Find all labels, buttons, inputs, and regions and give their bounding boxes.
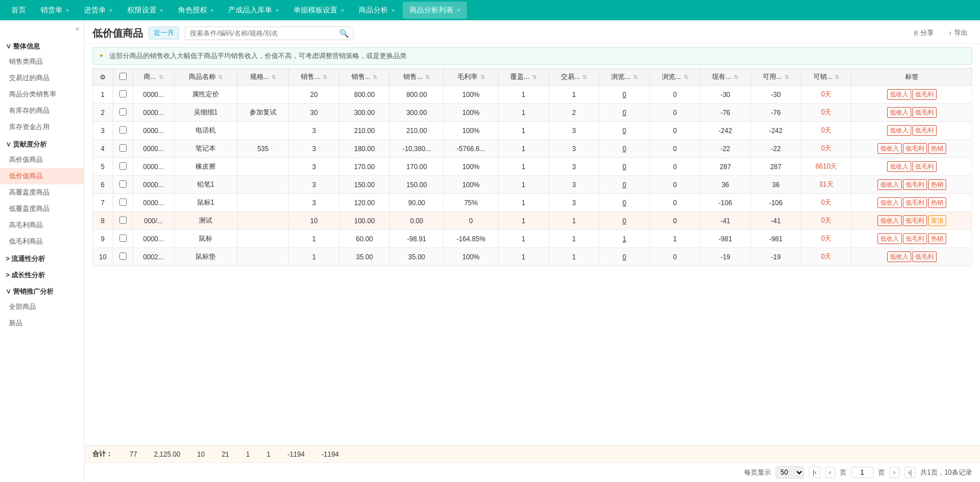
sidebar-item[interactable]: 低价值商品 (0, 168, 84, 184)
sidebar-item[interactable]: 低覆盖度商品 (0, 201, 84, 217)
column-header-7[interactable]: 销售... ⇅ (390, 69, 444, 86)
last-page-button[interactable]: ›| (904, 467, 916, 478)
prev-page-button[interactable]: ‹ (825, 467, 835, 478)
close-icon[interactable]: × (391, 7, 395, 14)
column-header-14[interactable]: 可用... ⇅ (751, 69, 801, 86)
close-icon[interactable]: × (275, 7, 279, 14)
sidebar-group-header[interactable]: > 成长性分析 (0, 266, 84, 282)
cell-0: 1 (93, 86, 113, 104)
select-all-checkbox[interactable] (119, 73, 127, 80)
per-page-select[interactable]: 5020100 (776, 466, 804, 479)
filter-tag[interactable]: 近一月 (149, 26, 179, 39)
nav-item[interactable]: 权限设置× (121, 2, 170, 19)
cell-link[interactable]: 0 (622, 181, 626, 189)
nav-item[interactable]: 角色授权× (171, 2, 221, 19)
close-icon[interactable]: × (211, 7, 214, 14)
nav-item[interactable]: 进货单× (77, 2, 119, 19)
share-button[interactable]: ⎘ 分享 (910, 26, 938, 40)
search-icon[interactable]: 🔍 (339, 29, 349, 38)
cell-link[interactable]: 0 (622, 145, 626, 153)
cell-1[interactable] (113, 158, 132, 176)
cell-1[interactable] (113, 176, 132, 194)
column-header-12[interactable]: 浏览... ⇅ (649, 69, 700, 86)
column-header-3[interactable]: 商品名称 ⇅ (174, 69, 237, 86)
cell-link[interactable]: 0 (622, 253, 626, 261)
row-checkbox[interactable] (119, 198, 127, 206)
row-checkbox[interactable] (119, 180, 127, 188)
cell-4 (237, 248, 289, 266)
sidebar-item[interactable]: 高覆盖度商品 (0, 184, 84, 201)
cell-link[interactable]: 0 (622, 217, 626, 225)
export-button[interactable]: ↑ 导出 (944, 26, 972, 40)
row-checkbox[interactable] (119, 144, 127, 152)
cell-1[interactable] (113, 248, 132, 266)
cell-1[interactable] (113, 86, 132, 104)
cell-1[interactable] (113, 140, 132, 158)
row-checkbox[interactable] (119, 90, 127, 98)
sidebar-item[interactable]: 高毛利商品 (0, 217, 84, 233)
column-header-8[interactable]: 毛利率 ⇅ (444, 69, 498, 86)
sidebar-item[interactable]: 全部商品 (0, 299, 84, 315)
sidebar-item[interactable]: 高价值商品 (0, 152, 84, 168)
cell-3: 鼠标1 (174, 194, 237, 212)
search-input[interactable] (190, 29, 336, 37)
cell-link[interactable]: 0 (622, 109, 626, 117)
cell-link[interactable]: 0 (622, 163, 626, 171)
row-checkbox[interactable] (119, 253, 127, 260)
sidebar-collapse-button[interactable]: « (0, 20, 84, 37)
close-icon[interactable]: × (66, 7, 69, 14)
column-header-15[interactable]: 可销... ⇅ (801, 69, 852, 86)
close-icon[interactable]: × (109, 7, 113, 14)
column-header-11[interactable]: 浏览... ⇅ (599, 69, 650, 86)
settings-icon[interactable]: ⚙ (100, 73, 106, 81)
nav-item[interactable]: 商品分析列表× (403, 2, 467, 19)
tag-label: 热销 (928, 197, 946, 208)
sidebar-item[interactable]: 低毛利商品 (0, 233, 84, 250)
nav-item[interactable]: 单据模板设置× (287, 2, 351, 19)
cell-1[interactable] (113, 194, 132, 212)
column-header-4[interactable]: 规格... ⇅ (237, 69, 289, 86)
next-page-button[interactable]: › (889, 467, 899, 478)
cell-1[interactable] (113, 104, 132, 122)
column-header-10[interactable]: 交易... ⇅ (549, 69, 599, 86)
row-checkbox[interactable] (119, 216, 127, 224)
sidebar-group-header[interactable]: > 流通性分析 (0, 250, 84, 266)
column-header-2[interactable]: 商... ⇅ (133, 69, 174, 86)
close-icon[interactable]: × (160, 7, 163, 14)
sidebar-item[interactable]: 有库存的商品 (0, 103, 84, 119)
sidebar-item[interactable]: 新品 (0, 315, 84, 331)
cell-link[interactable]: 0 (622, 127, 626, 135)
cell-8: 100% (444, 104, 498, 122)
cell-1[interactable] (113, 230, 132, 248)
tag-label: 低收入 (887, 161, 911, 172)
sidebar-item[interactable]: 交易过的商品 (0, 70, 84, 86)
sidebar-group-header[interactable]: ∨ 营销推广分析 (0, 282, 84, 299)
nav-item[interactable]: 首页 (5, 2, 33, 19)
row-checkbox[interactable] (119, 235, 127, 242)
row-checkbox[interactable] (119, 108, 127, 116)
sidebar-group-header[interactable]: ∨ 贡献度分析 (0, 135, 84, 152)
sidebar-item[interactable]: 商品分类销售率 (0, 86, 84, 103)
sort-icon: ⇅ (424, 74, 430, 80)
sidebar-item[interactable]: 销售类商品 (0, 54, 84, 70)
sidebar-group-header[interactable]: ∨ 整体信息 (0, 37, 84, 54)
cell-link[interactable]: 0 (622, 91, 626, 99)
row-checkbox[interactable] (119, 162, 127, 170)
nav-item[interactable]: 商品分析× (352, 2, 402, 19)
cell-1[interactable] (113, 122, 132, 140)
nav-item[interactable]: 产成品入库单× (221, 2, 286, 19)
column-header-13[interactable]: 现有... ⇅ (700, 69, 751, 86)
cell-link[interactable]: 0 (622, 199, 626, 207)
row-checkbox[interactable] (119, 126, 127, 134)
close-icon[interactable]: × (341, 7, 344, 14)
close-icon[interactable]: × (457, 7, 460, 14)
cell-1[interactable] (113, 212, 132, 230)
cell-link[interactable]: 1 (622, 235, 626, 243)
column-header-6[interactable]: 销售... ⇅ (339, 69, 390, 86)
column-header-9[interactable]: 覆盖... ⇅ (498, 69, 549, 86)
column-header-5[interactable]: 销售... ⇅ (289, 69, 340, 86)
sidebar-item[interactable]: 库存资金占用 (0, 119, 84, 135)
page-input[interactable] (851, 467, 874, 478)
nav-item[interactable]: 销货单× (34, 2, 76, 19)
first-page-button[interactable]: |‹ (809, 467, 821, 478)
